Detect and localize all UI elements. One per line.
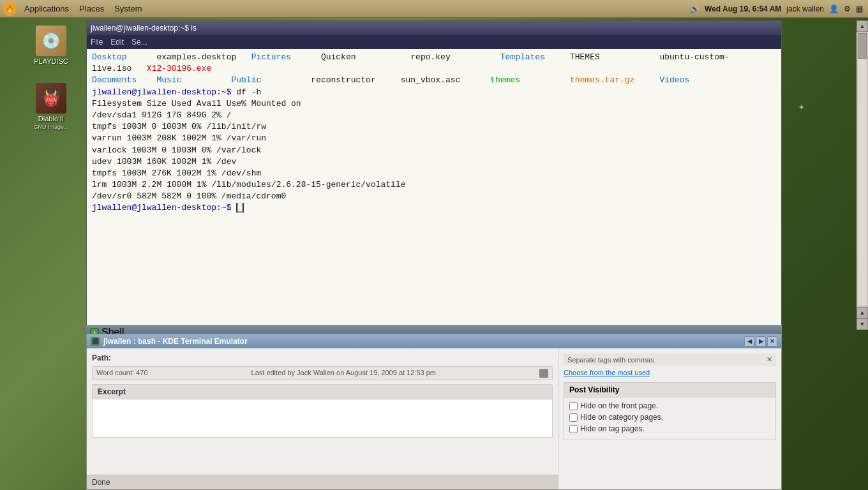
tags-hint: Separate tags with commas ✕: [564, 353, 776, 366]
scroll-up-btn[interactable]: ▲: [857, 20, 868, 32]
terminal-titlebar: jlwallen@jlwallen-desktop:~$ ls: [87, 21, 781, 35]
tags-close-btn[interactable]: ✕: [767, 355, 772, 364]
taskbar-extra-icons: ▦: [856, 4, 863, 13]
diablo2-sublabel: GNU Image...: [33, 124, 68, 130]
kde-title-buttons: ◀ ▶ ✕: [744, 336, 777, 346]
path-row: Path:: [92, 353, 553, 362]
df-final-prompt: jlwallen@jlwallen-desktop:~$ █: [92, 202, 776, 214]
done-label: Done: [92, 478, 110, 487]
menu-places[interactable]: Places: [74, 3, 109, 15]
user-icon: 👤: [829, 4, 839, 13]
scroll-down-btn-1[interactable]: ▲: [857, 307, 868, 318]
hide-front-label: Hide on the front page.: [580, 401, 658, 410]
post-visibility-panel: Post Visibility Hide on the front page. …: [564, 382, 776, 440]
post-visibility-header: Post Visibility: [564, 383, 775, 397]
kde-app-icon: ⬛: [91, 337, 100, 346]
kde-title-text: jlwallen : bash - KDE Terminal Emulator: [103, 337, 744, 346]
terminal-window: jlwallen@jlwallen-desktop:~$ ls File Edi…: [86, 20, 782, 330]
df-row-5: udev 1003M 160K 1002M 1% /dev: [92, 156, 776, 168]
desktop-icon-playdisc[interactable]: 💿 PLAYDISC: [26, 26, 77, 65]
diablo2-label: Diablo II: [38, 115, 64, 122]
hide-tag-label: Hide on tag pages.: [580, 424, 645, 433]
hide-category-label: Hide on category pages.: [580, 413, 663, 422]
blog-sidebar: Separate tags with commas ✕ Choose from …: [558, 348, 781, 489]
df-row-6: tmpfs 1003M 276K 1002M 1% /dev/shm: [92, 168, 776, 179]
menu-applications[interactable]: Applications: [19, 3, 74, 15]
path-label: Path:: [92, 353, 111, 362]
playdisc-icon: 💿: [36, 26, 66, 56]
post-visibility-options: Hide on the front page. Hide on category…: [564, 397, 775, 440]
df-row-7: lrm 1003M 2.2M 1000M 1% /lib/modules/2.6…: [92, 179, 776, 191]
df-header: Filesystem Size Used Avail Use% Mounted …: [92, 98, 776, 110]
kde-terminal: ⬛ jlwallen : bash - KDE Terminal Emulato…: [86, 334, 782, 490]
playdisc-label: PLAYDISC: [34, 57, 68, 65]
blog-editor: Path: Word count: 470 Last edited by Jac…: [87, 348, 781, 489]
scroll-track[interactable]: [858, 33, 867, 306]
terminal-scrollbar[interactable]: ▲ ▲ ▼: [857, 20, 868, 330]
scroll-thumb[interactable]: [858, 33, 867, 59]
taskbar-top: 🔥 Applications Places System 🔊 Wed Aug 1…: [0, 0, 868, 18]
user-label: jack wallen: [786, 4, 824, 13]
df-prompt: jlwallen@jlwallen-desktop:~$ df -h: [92, 87, 776, 98]
excerpt-content[interactable]: [92, 399, 553, 438]
menu-system[interactable]: System: [109, 3, 147, 15]
df-row-4: varlock 1003M 0 1003M 0% /var/lock: [92, 145, 776, 156]
last-edited: Last edited by Jack Wallen on August 19,…: [251, 369, 436, 378]
terminal-content[interactable]: Desktop examples.desktop Pictures Quicke…: [87, 49, 781, 329]
excerpt-label: Excerpt: [92, 384, 553, 399]
tags-section: Separate tags with commas ✕ Choose from …: [564, 353, 776, 377]
taskbar-right: 🔊 Wed Aug 19, 6:54 AM jack wallen 👤 ⚙ ▦: [690, 4, 868, 13]
diablo2-icon: 👹: [36, 83, 66, 114]
terminal-title: jlwallen@jlwallen-desktop:~$ ls: [91, 24, 197, 33]
hide-tag-row: Hide on tag pages.: [569, 424, 770, 433]
blog-main: Path: Word count: 470 Last edited by Jac…: [87, 348, 558, 489]
tags-choose: Choose from the most used: [564, 368, 776, 377]
word-count: Word count: 470: [96, 369, 148, 378]
terminal-menu: File Edit Se...: [87, 35, 781, 49]
settings-icon[interactable]: ⚙: [844, 4, 851, 13]
done-bar: Done: [87, 475, 558, 489]
kde-btn-left[interactable]: ◀: [744, 336, 754, 346]
df-row-8: /dev/sr0 582M 582M 0 100% /media/cdrom0: [92, 191, 776, 202]
choose-most-used-link[interactable]: Choose from the most used: [564, 369, 650, 376]
df-row-2: tmpfs 1003M 0 1003M 0% /lib/init/rw: [92, 121, 776, 133]
sparkle-6: ✦: [798, 102, 805, 112]
kde-btn-close[interactable]: ✕: [767, 336, 777, 346]
excerpt-section: Excerpt: [92, 384, 553, 438]
kde-titlebar: ⬛ jlwallen : bash - KDE Terminal Emulato…: [87, 334, 781, 348]
stats-row: Word count: 470 Last edited by Jack Wall…: [92, 366, 553, 380]
terminal-menu-edit[interactable]: Edit: [110, 38, 124, 47]
kde-btn-right[interactable]: ▶: [756, 336, 766, 346]
df-row-3: varrun 1003M 208K 1002M 1% /var/run: [92, 133, 776, 144]
hide-category-checkbox[interactable]: [569, 413, 578, 422]
terminal-menu-file[interactable]: File: [91, 38, 103, 47]
scroll-down-btn-2[interactable]: ▼: [857, 318, 868, 330]
ls-output-row-2: Documents Music Public reconstructor sun…: [92, 75, 776, 86]
datetime-display: Wed Aug 19, 6:54 AM: [705, 4, 781, 13]
hide-category-row: Hide on category pages.: [569, 413, 770, 422]
taskbar-menu: Applications Places System: [19, 3, 147, 15]
desktop-icon-diablo2[interactable]: 👹 Diablo II GNU Image...: [26, 83, 77, 130]
taskbar-app-icon[interactable]: 🔥: [3, 2, 17, 16]
df-row-1: /dev/sda1 912G 17G 849G 2% /: [92, 110, 776, 121]
ls-output-row-1: Desktop examples.desktop Pictures Quicke…: [92, 52, 776, 75]
hide-front-row: Hide on the front page.: [569, 401, 770, 410]
tags-hint-text: Separate tags with commas: [567, 356, 654, 364]
terminal-menu-se[interactable]: Se...: [131, 38, 147, 47]
speaker-icon[interactable]: 🔊: [690, 4, 700, 13]
hide-tag-checkbox[interactable]: [569, 425, 578, 433]
stats-collapse-btn[interactable]: [539, 369, 548, 378]
hide-front-checkbox[interactable]: [569, 402, 578, 410]
